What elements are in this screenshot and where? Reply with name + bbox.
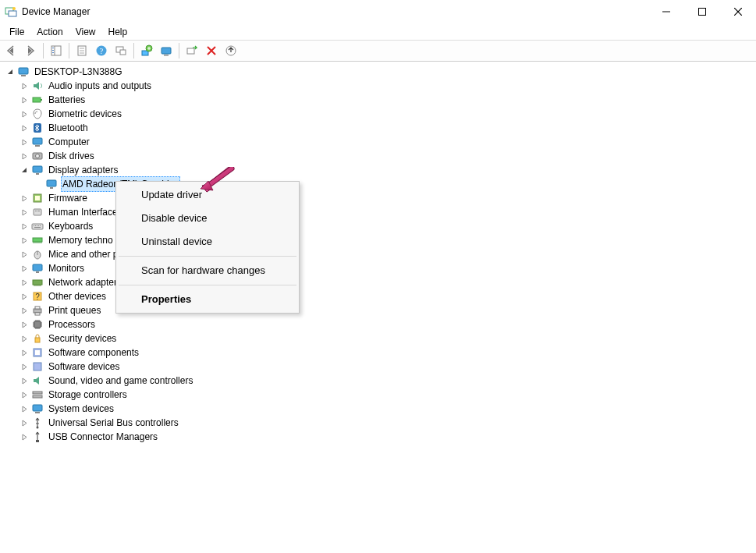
expand-icon[interactable] bbox=[19, 136, 30, 147]
expand-icon[interactable] bbox=[19, 80, 30, 91]
toolbar: ? bbox=[0, 40, 756, 62]
menu-help[interactable]: Help bbox=[102, 25, 134, 39]
svg-rect-62 bbox=[34, 321, 41, 328]
svg-rect-47 bbox=[37, 225, 37, 226]
collapse-icon[interactable] bbox=[19, 165, 30, 175]
tree-item[interactable]: Security devices bbox=[2, 331, 756, 346]
ctx-uninstall-device[interactable]: Uninstall device bbox=[118, 230, 297, 253]
ctx-properties[interactable]: Properties bbox=[118, 288, 297, 311]
tree-item[interactable]: Audio inputs and outputs bbox=[2, 79, 756, 93]
swcomp-icon bbox=[31, 346, 44, 359]
tree-item[interactable]: Software components bbox=[2, 346, 756, 360]
svg-rect-46 bbox=[35, 225, 36, 226]
expand-icon[interactable] bbox=[19, 389, 30, 400]
tree-item[interactable]: Biometric devices bbox=[2, 107, 756, 121]
maximize-button[interactable] bbox=[684, 0, 720, 23]
close-button[interactable] bbox=[720, 0, 756, 23]
properties-sheet-button[interactable] bbox=[73, 41, 91, 60]
expand-icon[interactable] bbox=[19, 319, 30, 330]
expand-icon[interactable] bbox=[19, 151, 30, 161]
expand-icon[interactable] bbox=[19, 108, 30, 119]
tree-item[interactable]: Batteries bbox=[2, 93, 756, 107]
update-driver-button[interactable] bbox=[222, 41, 240, 60]
ctx-update-driver[interactable]: Update driver bbox=[118, 183, 297, 207]
svg-rect-43 bbox=[37, 211, 40, 211]
svg-rect-23 bbox=[164, 55, 169, 56]
nav-forward-button[interactable] bbox=[21, 41, 40, 60]
tree-item-label: Software components bbox=[47, 346, 140, 360]
expand-icon[interactable] bbox=[19, 221, 30, 232]
show-hide-tree-button[interactable] bbox=[47, 41, 66, 60]
menu-action[interactable]: Action bbox=[30, 25, 69, 39]
menu-view[interactable]: View bbox=[69, 25, 102, 39]
svg-rect-67 bbox=[33, 392, 42, 394]
tree-item-label: Batteries bbox=[47, 93, 87, 107]
expand-icon[interactable] bbox=[19, 193, 30, 204]
expand-icon[interactable] bbox=[19, 431, 30, 442]
collapse-icon[interactable] bbox=[5, 66, 16, 77]
tree-item[interactable]: Storage controllers bbox=[2, 388, 756, 402]
tree-item[interactable]: Sound, video and game controllers bbox=[2, 374, 756, 388]
other-icon: ? bbox=[31, 290, 44, 303]
svg-rect-10 bbox=[52, 50, 54, 51]
tree-item[interactable]: Computer bbox=[2, 135, 756, 149]
tree-item[interactable]: Disk drives bbox=[2, 149, 756, 163]
svg-rect-61 bbox=[35, 313, 40, 315]
tree-item-label: Sound, video and game controllers bbox=[47, 374, 194, 388]
expand-icon[interactable] bbox=[19, 263, 30, 274]
svg-rect-51 bbox=[33, 238, 42, 242]
svg-rect-68 bbox=[33, 395, 42, 398]
security-icon bbox=[31, 332, 44, 345]
display-icon bbox=[31, 164, 44, 176]
uninstall-device-button[interactable] bbox=[202, 41, 221, 60]
tree-item[interactable]: Universal Serial Bus controllers bbox=[2, 416, 756, 430]
expand-icon[interactable] bbox=[19, 347, 30, 358]
svg-text:?: ? bbox=[100, 47, 104, 55]
menu-file[interactable]: File bbox=[3, 25, 30, 39]
ctx-disable-device[interactable]: Disable device bbox=[118, 207, 297, 230]
tree-item-label: Universal Serial Bus controllers bbox=[47, 416, 180, 430]
scan-hardware-button[interactable] bbox=[183, 41, 201, 60]
expand-icon[interactable] bbox=[19, 122, 30, 133]
tree-item[interactable]: Bluetooth bbox=[2, 121, 756, 135]
expand-icon[interactable] bbox=[19, 235, 30, 246]
svg-rect-54 bbox=[33, 264, 42, 271]
help-button[interactable]: ? bbox=[92, 41, 111, 60]
tree-item[interactable]: System devices bbox=[2, 402, 756, 416]
ctx-scan-hardware[interactable]: Scan for hardware changes bbox=[118, 259, 297, 282]
tree-item[interactable]: Display adapters bbox=[2, 163, 756, 177]
expand-icon[interactable] bbox=[19, 375, 30, 386]
tree-item-label: Bluetooth bbox=[47, 121, 90, 135]
expand-icon[interactable] bbox=[19, 403, 30, 414]
device-tree[interactable]: DESKTOP-L3N388G Audio inputs and outputs… bbox=[0, 62, 756, 444]
svg-rect-19 bbox=[120, 50, 126, 55]
expand-icon[interactable] bbox=[19, 333, 30, 344]
expand-icon[interactable] bbox=[19, 207, 30, 218]
tree-item[interactable]: USB Connector Managers bbox=[2, 430, 756, 444]
expand-icon[interactable] bbox=[19, 417, 30, 428]
expand-icon[interactable] bbox=[19, 94, 30, 105]
expand-icon[interactable] bbox=[19, 305, 30, 316]
tree-root[interactable]: DESKTOP-L3N388G bbox=[2, 65, 756, 79]
svg-rect-9 bbox=[52, 48, 54, 48]
toolbar-separator bbox=[179, 43, 179, 58]
toolbar-separator bbox=[43, 43, 44, 58]
add-legacy-hw-button[interactable] bbox=[137, 41, 156, 60]
minimize-button[interactable] bbox=[648, 0, 684, 23]
ctx-separator bbox=[119, 256, 296, 257]
svg-rect-63 bbox=[35, 338, 40, 342]
svg-rect-59 bbox=[34, 309, 41, 313]
tree-item[interactable]: Processors bbox=[2, 317, 756, 331]
expand-icon[interactable] bbox=[19, 277, 30, 288]
tree-item[interactable]: Software devices bbox=[2, 360, 756, 374]
svg-rect-60 bbox=[35, 307, 40, 309]
device-icon-button[interactable] bbox=[112, 41, 130, 60]
svg-rect-50 bbox=[34, 227, 41, 228]
svg-rect-1 bbox=[9, 11, 16, 16]
expand-icon[interactable] bbox=[19, 249, 30, 260]
titlebar: Device Manager bbox=[0, 0, 756, 23]
nav-back-button[interactable] bbox=[2, 41, 20, 60]
expand-icon[interactable] bbox=[19, 291, 30, 302]
expand-icon[interactable] bbox=[19, 361, 30, 372]
remote-computer-button[interactable] bbox=[157, 41, 176, 60]
